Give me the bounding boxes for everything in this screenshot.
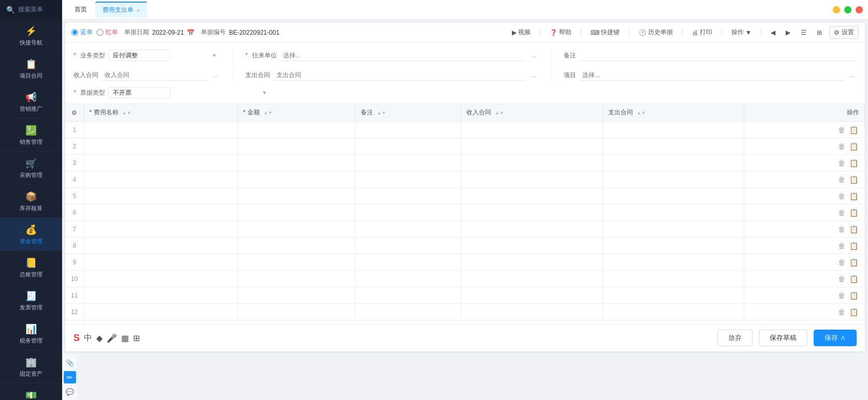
tab-home[interactable]: 首页 [67, 2, 94, 17]
expense-name-cell[interactable] [84, 221, 238, 238]
amount-cell[interactable] [238, 204, 355, 221]
copy-row-icon[interactable]: 📋 [849, 291, 858, 300]
copy-row-icon[interactable]: 📋 [849, 225, 858, 233]
copy-row-icon[interactable]: 📋 [849, 242, 858, 250]
expense-contract-cell[interactable] [602, 271, 744, 287]
sidebar-item-invoice[interactable]: 🧾 发票管理 [0, 284, 62, 317]
project-dots[interactable]: ... [847, 71, 857, 79]
save-draft-button[interactable]: 保存草稿 [759, 330, 807, 346]
copy-row-icon[interactable]: 📋 [849, 275, 858, 283]
delete-row-icon[interactable]: 🗑 [838, 142, 845, 151]
amount-cell[interactable] [238, 304, 355, 320]
remark-input[interactable] [579, 50, 857, 61]
sort-amount[interactable]: ▲▼ [263, 110, 273, 115]
delete-row-icon[interactable]: 🗑 [838, 159, 845, 167]
expense-contract-cell[interactable] [602, 320, 744, 324]
amount-cell[interactable] [238, 287, 355, 304]
remark-cell[interactable] [355, 304, 461, 320]
sort-income-contract[interactable]: ▲▼ [495, 110, 504, 115]
income-contract-cell[interactable] [461, 238, 602, 254]
remark-cell[interactable] [355, 221, 461, 238]
remark-cell[interactable] [355, 287, 461, 304]
remark-cell[interactable] [355, 271, 461, 287]
copy-row-icon[interactable]: 📋 [849, 142, 858, 151]
maximize-button[interactable] [844, 6, 851, 13]
expense-name-cell[interactable] [84, 188, 238, 204]
help-btn[interactable]: ❓ 帮助 [547, 27, 575, 38]
delete-row-icon[interactable]: 🗑 [838, 291, 845, 300]
expense-name-cell[interactable] [84, 155, 238, 171]
expense-name-cell[interactable] [84, 171, 238, 188]
copy-row-icon[interactable]: 📋 [849, 209, 858, 217]
radio-red[interactable]: 红单 [97, 28, 118, 37]
discard-button[interactable]: 放弃 [717, 330, 753, 346]
minimize-button[interactable] [833, 6, 840, 13]
tab-expense-close[interactable]: × [137, 7, 140, 13]
attachment-icon[interactable]: 📎 [64, 357, 76, 369]
project-input[interactable] [579, 70, 844, 81]
expense-contract-cell[interactable] [602, 155, 744, 171]
chinese-input-icon[interactable]: 中 [84, 333, 92, 344]
remark-cell[interactable] [355, 254, 461, 271]
amount-cell[interactable] [238, 188, 355, 204]
counterpart-input[interactable] [280, 50, 526, 61]
number-value[interactable]: BE-20220921-001 [229, 29, 279, 36]
remark-cell[interactable] [355, 171, 461, 188]
comment-icon[interactable]: 💬 [64, 386, 76, 398]
expense-contract-dots[interactable]: ... [529, 71, 538, 79]
delete-row-icon[interactable]: 🗑 [838, 209, 845, 217]
remark-cell[interactable] [355, 238, 461, 254]
amount-cell[interactable] [238, 271, 355, 287]
radio-blue[interactable]: 蓝单 [71, 28, 93, 37]
remark-cell[interactable] [355, 320, 461, 324]
remark-cell[interactable] [355, 188, 461, 204]
amount-cell[interactable] [238, 171, 355, 188]
copy-row-icon[interactable]: 📋 [849, 258, 858, 266]
expense-contract-cell[interactable] [602, 204, 744, 221]
sort-expense-name[interactable]: ▲▼ [122, 110, 131, 115]
table-settings-icon[interactable]: ⚙ [71, 109, 77, 116]
save-button[interactable]: 保存 ∧ [814, 330, 857, 346]
expense-contract-cell[interactable] [602, 122, 744, 138]
settings-btn[interactable]: ⚙ 设置 [829, 26, 859, 39]
delete-row-icon[interactable]: 🗑 [838, 175, 845, 184]
expense-contract-cell[interactable] [602, 254, 744, 271]
expense-name-cell[interactable] [84, 204, 238, 221]
nav-next-btn[interactable]: ▶ [783, 28, 793, 37]
delete-row-icon[interactable]: 🗑 [838, 258, 845, 266]
grid-view-btn[interactable]: ⊞ [814, 28, 825, 37]
expense-name-cell[interactable] [84, 287, 238, 304]
mic-icon[interactable]: 🎤 [107, 333, 117, 343]
income-contract-cell[interactable] [461, 287, 602, 304]
remark-cell[interactable] [355, 122, 461, 138]
sidebar-item-payroll[interactable]: 💵 工资 [0, 383, 62, 400]
expense-contract-input[interactable] [273, 70, 526, 81]
table-icon[interactable]: ▦ [121, 333, 129, 343]
remark-cell[interactable] [355, 155, 461, 171]
delete-row-icon[interactable]: 🗑 [838, 308, 845, 316]
income-contract-dots[interactable]: ... [211, 71, 220, 79]
shortcut-btn[interactable]: ⌨ 快捷键 [587, 27, 623, 38]
business-type-select[interactable]: 应付调整 [108, 50, 170, 61]
grid-tools-icon[interactable]: ⊞ [133, 333, 140, 343]
sidebar-item-purchase[interactable]: 🛒 采购管理 [0, 152, 62, 185]
diamond-icon[interactable]: ◆ [96, 333, 102, 343]
amount-cell[interactable] [238, 122, 355, 138]
sidebar-item-marketing[interactable]: 📢 营销推广 [0, 85, 62, 118]
expense-name-cell[interactable] [84, 238, 238, 254]
delete-row-icon[interactable]: 🗑 [838, 126, 845, 134]
sort-remark[interactable]: ▲▼ [377, 110, 386, 115]
income-contract-cell[interactable] [461, 188, 602, 204]
nav-prev-btn[interactable]: ◀ [768, 28, 778, 37]
counterpart-dots[interactable]: ... [529, 52, 538, 59]
expense-name-cell[interactable] [84, 320, 238, 324]
income-contract-cell[interactable] [461, 138, 602, 155]
amount-cell[interactable] [238, 254, 355, 271]
sidebar-item-tax[interactable]: 📊 税务管理 [0, 317, 62, 350]
copy-row-icon[interactable]: 📋 [849, 126, 858, 134]
expense-name-cell[interactable] [84, 271, 238, 287]
amount-cell[interactable] [238, 155, 355, 171]
th-settings[interactable]: ⚙ [65, 104, 84, 122]
expense-contract-cell[interactable] [602, 287, 744, 304]
sidebar-search[interactable]: 🔍 搜索菜单 [0, 0, 62, 19]
